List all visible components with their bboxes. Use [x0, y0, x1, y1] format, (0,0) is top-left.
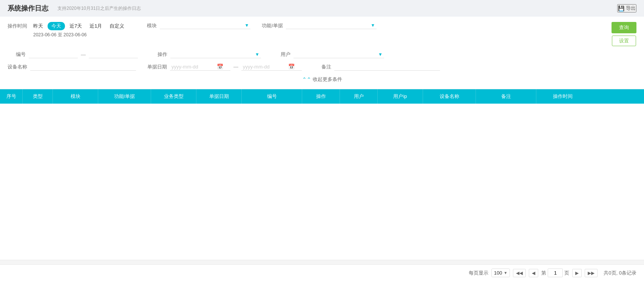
- device-label: 设备名称: [8, 64, 30, 70]
- per-page-select[interactable]: 100 ▼: [491, 269, 510, 277]
- remark-label: 备注: [313, 64, 334, 70]
- th-op-time: 操作时间: [536, 89, 589, 104]
- th-function: 功能/单据: [98, 89, 151, 104]
- page-label: 第: [541, 270, 546, 276]
- module-label: 模块: [139, 22, 160, 29]
- th-index: 序号: [0, 89, 23, 104]
- collapse-button[interactable]: ⌃⌃ 收起更多条件: [302, 76, 342, 83]
- operation-label: 操作: [149, 51, 170, 58]
- function-select[interactable]: ▼: [286, 22, 377, 29]
- per-page-value: 100: [494, 270, 502, 276]
- operation-select[interactable]: ▼: [170, 51, 261, 58]
- th-remark: 备注: [476, 89, 536, 104]
- collapse-row: ⌃⌃ 收起更多条件: [8, 74, 636, 85]
- th-operation: 操作: [302, 89, 340, 104]
- date-end-input[interactable]: [243, 64, 288, 70]
- number-input-start[interactable]: [29, 51, 78, 58]
- th-number: 编号: [242, 89, 302, 104]
- user-label: 用户: [272, 51, 293, 58]
- th-type: 类型: [23, 89, 53, 104]
- module-dropdown-icon: ▼: [245, 23, 249, 28]
- date-dash: —: [230, 64, 241, 70]
- last-page-button[interactable]: ▶▶: [585, 269, 598, 277]
- filter-area: 操作时间 昨天 今天 近7天 近1月 自定义 2023-06-06 至 2023…: [0, 17, 644, 89]
- number-label: 编号: [8, 51, 29, 58]
- number-input-end[interactable]: [89, 51, 138, 58]
- table-header: 序号 类型 模块 功能/单据 业务类型 单据日期 编号 操作 用户 用户ip 设…: [0, 89, 644, 104]
- module-select[interactable]: ▼: [160, 22, 250, 29]
- export-icon: 💾: [618, 5, 624, 11]
- date-start-input[interactable]: [171, 64, 217, 70]
- prev-page-button[interactable]: ◀: [529, 269, 538, 277]
- per-page-label: 每页显示: [469, 270, 488, 276]
- pagination: 每页显示 100 ▼ ◀◀ ◀ 第 页 ▶ ▶▶ 共0页, 0条记录: [0, 264, 644, 281]
- page-info: 第 页: [541, 269, 569, 277]
- page-unit: 页: [564, 270, 569, 276]
- per-page-arrow: ▼: [503, 271, 507, 275]
- time-options: 昨天 今天 近7天 近1月 自定义: [30, 22, 127, 30]
- voucher-date-label: 单据日期: [147, 64, 170, 70]
- next-page-button[interactable]: ▶: [572, 269, 582, 277]
- operation-dropdown-icon: ▼: [255, 52, 259, 57]
- action-buttons: 查询 设置: [612, 22, 636, 46]
- time-label: 操作时间: [8, 23, 30, 29]
- horizontal-scrollbar[interactable]: [0, 260, 644, 264]
- first-page-button[interactable]: ◀◀: [513, 269, 526, 277]
- remark-input[interactable]: [334, 63, 440, 71]
- table-body: [0, 104, 644, 260]
- time-range-text: 2023-06-06 至 2023-06-06: [33, 32, 86, 37]
- date-end-wrap: 📅: [241, 63, 302, 71]
- query-button[interactable]: 查询: [612, 22, 636, 33]
- function-label: 功能/单据: [262, 22, 286, 29]
- calendar-end-icon[interactable]: 📅: [288, 64, 295, 70]
- time-1month[interactable]: 近1月: [86, 22, 105, 30]
- page-header: 系统操作日志 支持2020年10月31日之后产生的操作日志 💾 导出: [0, 0, 644, 17]
- th-user-ip: 用户ip: [378, 89, 423, 104]
- page-subtitle: 支持2020年10月31日之后产生的操作日志: [57, 5, 141, 12]
- time-custom[interactable]: 自定义: [107, 22, 127, 30]
- date-start-wrap: 📅: [170, 63, 230, 71]
- page-title: 系统操作日志: [8, 4, 48, 13]
- number-dash: —: [78, 52, 89, 57]
- page-input[interactable]: [548, 269, 563, 277]
- th-user: 用户: [340, 89, 378, 104]
- th-device: 设备名称: [423, 89, 476, 104]
- settings-button[interactable]: 设置: [612, 36, 636, 46]
- device-input[interactable]: [30, 63, 136, 71]
- page-total: 共0页, 0条记录: [604, 270, 636, 276]
- export-button[interactable]: 💾 导出: [617, 4, 636, 12]
- calendar-start-icon[interactable]: 📅: [217, 64, 223, 70]
- th-biz-type: 业务类型: [151, 89, 196, 104]
- table-container: 序号 类型 模块 功能/单据 业务类型 单据日期 编号 操作 用户 用户ip 设…: [0, 89, 644, 260]
- th-module: 模块: [53, 89, 98, 104]
- function-dropdown-icon: ▼: [371, 23, 375, 28]
- time-yesterday[interactable]: 昨天: [30, 22, 46, 30]
- th-voucher-date: 单据日期: [196, 89, 242, 104]
- collapse-icon: ⌃⌃: [302, 76, 311, 82]
- user-dropdown-icon: ▼: [378, 52, 383, 57]
- time-7days[interactable]: 近7天: [66, 22, 85, 30]
- user-select[interactable]: ▼: [293, 51, 384, 58]
- time-today[interactable]: 今天: [48, 22, 65, 30]
